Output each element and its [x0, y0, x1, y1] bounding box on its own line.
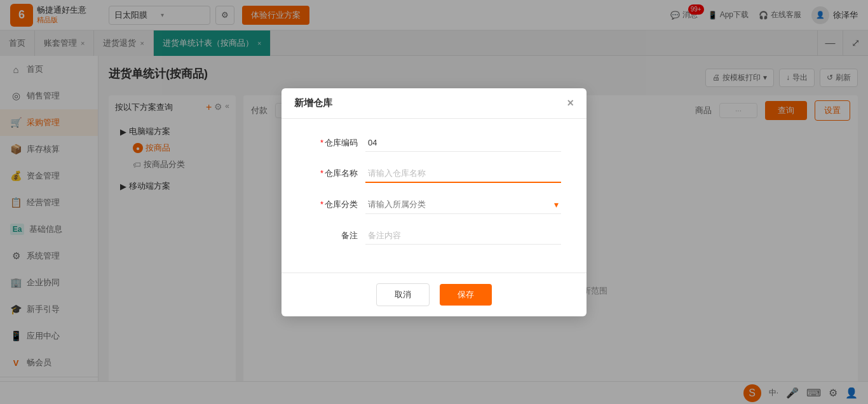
add-warehouse-modal: 新增仓库 × 仓库编码 仓库名称 仓库分类 ▾	[281, 88, 587, 316]
category-select[interactable]: ▾	[365, 196, 561, 214]
cancel-button[interactable]: 取消	[376, 283, 430, 306]
name-label: 仓库名称	[307, 168, 358, 179]
category-label: 仓库分类	[307, 199, 358, 210]
modal-header: 新增仓库 ×	[281, 88, 587, 119]
modal-overlay: 新增仓库 × 仓库编码 仓库名称 仓库分类 ▾	[0, 0, 868, 404]
modal-footer: 取消 保存	[281, 273, 587, 316]
save-button[interactable]: 保存	[440, 284, 492, 306]
modal-title: 新增仓库	[294, 97, 332, 109]
code-label: 仓库编码	[307, 137, 358, 149]
category-dropdown-icon: ▾	[554, 199, 559, 210]
form-row-category: 仓库分类 ▾	[307, 196, 561, 214]
category-input[interactable]	[368, 199, 554, 209]
note-input[interactable]	[365, 227, 561, 245]
note-label: 备注	[307, 230, 358, 241]
form-row-code: 仓库编码	[307, 134, 561, 152]
modal-body: 仓库编码 仓库名称 仓库分类 ▾ 备注	[281, 119, 587, 273]
modal-close-button[interactable]: ×	[567, 97, 574, 109]
form-row-note: 备注	[307, 227, 561, 245]
name-input[interactable]	[365, 165, 561, 183]
form-row-name: 仓库名称	[307, 165, 561, 183]
code-input[interactable]	[365, 134, 561, 152]
